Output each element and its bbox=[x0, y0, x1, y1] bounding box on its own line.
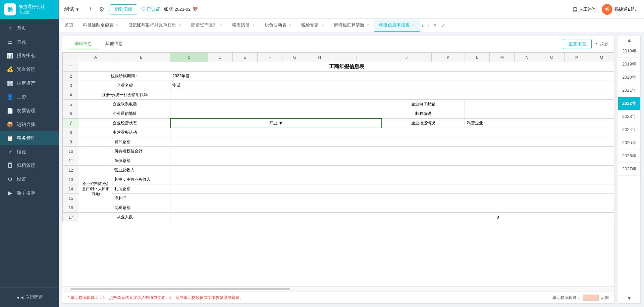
sidebar-item-archive[interactable]: 🗄 归档管理 bbox=[0, 159, 59, 172]
footer-note: * 单元格编辑说明：1、点击单元格直接录入数值或文本。2、清空单元格数值或文本恢… bbox=[68, 295, 244, 301]
email-value-cell[interactable] bbox=[465, 100, 614, 109]
row-num: 4 bbox=[63, 90, 79, 100]
address-value-cell[interactable] bbox=[170, 109, 382, 119]
reg-code-value-cell[interactable] bbox=[170, 90, 614, 100]
footer-example: 单元格编辑过： 示例 bbox=[552, 295, 609, 301]
table-row: 5 企业联系电话 企业电子邮箱 bbox=[63, 100, 614, 109]
sidebar-item-wage[interactable]: 👤 工资 bbox=[0, 90, 59, 104]
year-item-2026[interactable]: 2026年 bbox=[618, 149, 640, 163]
total-asset-value-cell[interactable] bbox=[170, 137, 614, 147]
sidebar-item-home[interactable]: ⌂ 首页 bbox=[0, 21, 59, 35]
sidebar-item-checkout[interactable]: ✓ 结账 bbox=[0, 145, 59, 159]
sidebar-item-guide[interactable]: ▶ 新手引导 bbox=[0, 186, 59, 200]
col-header-b: B bbox=[112, 53, 170, 62]
company-selector[interactable]: 测试 ▾ bbox=[64, 6, 79, 12]
tab-close-all-button[interactable]: × bbox=[431, 23, 439, 29]
year-item-2025[interactable]: 2025年 bbox=[618, 136, 640, 149]
tab-taxcheck-close[interactable]: × bbox=[321, 23, 324, 28]
user-menu[interactable]: 畅 畅捷通B组... bbox=[602, 4, 639, 15]
col-header-q: Q bbox=[589, 53, 614, 62]
year-item-2020[interactable]: 2020年 bbox=[618, 71, 640, 84]
equity-value-cell[interactable] bbox=[170, 147, 614, 156]
tab-taxwave[interactable]: 税负波动表 × bbox=[260, 19, 297, 32]
footer-bar: * 单元格编辑说明：1、点击单元格直接录入数值或文本。2、清空单元格数值或文本恢… bbox=[62, 292, 614, 303]
sidebar-item-asset[interactable]: 🏢 固定资产 bbox=[0, 76, 59, 90]
biz-activity-value-cell[interactable] bbox=[170, 128, 614, 137]
tab-yearreport-close[interactable]: × bbox=[412, 23, 415, 28]
year-item-2023[interactable]: 2023年 bbox=[618, 110, 640, 123]
table-row: 6 企业通信地址 邮政编码 bbox=[63, 109, 614, 119]
tab-expand-button[interactable]: ⤢ bbox=[439, 23, 447, 28]
finance-icon: 💰 bbox=[7, 66, 13, 73]
year-item-2024[interactable]: 2024年 bbox=[618, 123, 640, 136]
liability-value-cell[interactable] bbox=[170, 156, 614, 166]
tab-aux[interactable]: 科目辅助余额表 × bbox=[78, 19, 123, 32]
tax-icon: 📋 bbox=[7, 135, 13, 141]
year-nav-down-button[interactable]: ▼ bbox=[618, 293, 640, 303]
customer-service-button[interactable]: 🎧 人工咨询 bbox=[572, 6, 596, 12]
reset-report-button[interactable]: 重置报表 bbox=[563, 39, 592, 49]
year-item-2019[interactable]: 2019年 bbox=[618, 58, 640, 71]
calendar-icon[interactable]: 📅 bbox=[193, 7, 198, 12]
tab-yearreport[interactable]: 年报信息申报表 × bbox=[374, 19, 420, 32]
refresh-button[interactable]: ↻ 刷新 bbox=[595, 39, 609, 49]
tax-total-value-cell[interactable] bbox=[170, 203, 614, 213]
tab-journal[interactable]: 日记账与银行对账单核对 × bbox=[123, 19, 186, 32]
year-item-2022[interactable]: 2022年 bbox=[618, 97, 640, 110]
sidebar-item-tax[interactable]: 📋 税务管理 bbox=[0, 131, 59, 145]
corner-header bbox=[63, 53, 79, 62]
tab-incometax-close[interactable]: × bbox=[366, 23, 370, 28]
row-num: 9 bbox=[63, 137, 79, 147]
year-item-2027[interactable]: 2027年 bbox=[618, 163, 640, 176]
tab-nav-prev[interactable]: ‹ bbox=[420, 23, 426, 28]
employees-value-cell[interactable] bbox=[170, 213, 382, 222]
add-button[interactable]: + bbox=[87, 4, 94, 14]
year-nav-up-button[interactable]: ▲ bbox=[618, 36, 640, 45]
tab-home[interactable]: 首页 bbox=[60, 19, 78, 32]
sidebar-item-inout[interactable]: 📦 进销台账 bbox=[0, 118, 59, 131]
tab-taxcheck[interactable]: 税检专家 × bbox=[297, 19, 329, 32]
logo-icon: 畅 bbox=[4, 3, 16, 15]
sidebar-item-invoice[interactable]: 📄 发票管理 bbox=[0, 104, 59, 118]
tab-journal-label: 日记账与银行对账单核对 bbox=[128, 22, 176, 28]
table-row: 3 企业名称 测试 bbox=[63, 81, 614, 90]
year-item-2021[interactable]: 2021年 bbox=[618, 84, 640, 97]
sidebar-item-ledger[interactable]: ☰ 总账 bbox=[0, 35, 59, 49]
sheet-tab-basic[interactable]: 基础信息 bbox=[68, 39, 99, 49]
holdings-value-cell[interactable]: 私营企业 bbox=[465, 119, 614, 128]
tab-journal-close[interactable]: × bbox=[178, 23, 181, 28]
sidebar-toggle-pin[interactable]: ◄◄ 取消固定 bbox=[0, 291, 59, 304]
sidebar-item-finance[interactable]: 💰 资金管理 bbox=[0, 62, 59, 76]
main-revenue-value-cell[interactable] bbox=[170, 175, 614, 184]
company-name: 测试 bbox=[64, 6, 74, 12]
tab-taxlist[interactable]: 税表清册 × bbox=[227, 19, 260, 32]
spreadsheet-container[interactable]: A B C D E F G H I J K L M bbox=[62, 52, 614, 286]
tab-asset-close[interactable]: × bbox=[219, 23, 223, 28]
tax-period-value-cell[interactable]: 2022年度 bbox=[170, 72, 614, 81]
company-name-value-cell[interactable]: 测试 bbox=[170, 81, 614, 90]
tab-aux-close[interactable]: × bbox=[115, 23, 119, 28]
sheet-tab-other[interactable]: 其他信息 bbox=[99, 39, 129, 49]
tab-taxlist-close[interactable]: × bbox=[252, 23, 255, 28]
sidebar-item-settings[interactable]: ⚙ 设置 bbox=[0, 172, 59, 186]
total-profit-value-cell[interactable] bbox=[170, 184, 614, 194]
tab-nav-next[interactable]: › bbox=[425, 23, 431, 28]
table-row: 16 纳税总额 bbox=[63, 203, 614, 213]
biz-status-value-cell[interactable]: 开业 ▼ bbox=[170, 119, 382, 128]
sidebar-item-label: 新手引导 bbox=[17, 190, 36, 196]
year-item-2018[interactable]: 2018年 bbox=[618, 45, 640, 58]
revenue-value-cell[interactable] bbox=[170, 166, 614, 175]
postal-value-cell[interactable] bbox=[465, 109, 614, 119]
spreadsheet-table: A B C D E F G H I J K L M bbox=[62, 52, 614, 222]
tab-incometax[interactable]: 所得税汇算清缴 × bbox=[329, 19, 374, 32]
horizontal-scrollbar[interactable] bbox=[62, 286, 614, 292]
net-profit-value-cell[interactable] bbox=[170, 194, 614, 203]
settings-gear-icon[interactable]: ⚙ bbox=[98, 4, 106, 14]
tab-asset[interactable]: 固定资产类别 × bbox=[186, 19, 227, 32]
sheet-title-cell[interactable]: 工商年报信息表 bbox=[79, 62, 614, 72]
sidebar-item-report[interactable]: 📊 报表中心 bbox=[0, 49, 59, 62]
phone-value-cell[interactable] bbox=[170, 100, 382, 109]
employees-num-cell[interactable]: 0 bbox=[382, 213, 614, 222]
tab-taxwave-close[interactable]: × bbox=[288, 23, 292, 28]
old-version-button[interactable]: 切到旧版 bbox=[110, 4, 137, 14]
